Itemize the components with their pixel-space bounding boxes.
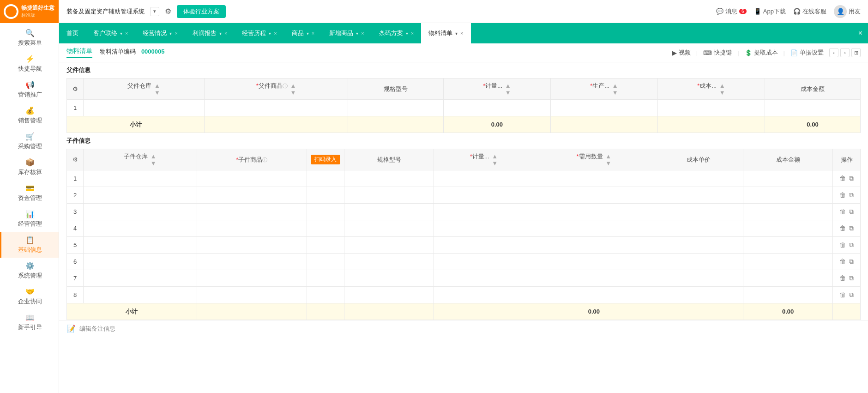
child-row-7-warehouse[interactable] [84, 270, 197, 287]
parent-row-1-warehouse[interactable] [84, 100, 205, 116]
child-row-1-unit[interactable] [434, 170, 534, 187]
child-row-6-delete-btn[interactable]: 🗑 [839, 258, 846, 265]
scan-input-btn[interactable]: 扫码录入 [311, 155, 340, 164]
child-row-2-copy-btn[interactable]: ⧉ [849, 191, 854, 199]
child-row-5-unit-price[interactable] [654, 237, 743, 254]
child-row-3-unit-price[interactable] [654, 204, 743, 220]
sidebar-item-purchase[interactable]: 🛒采购管理 [0, 128, 59, 154]
child-row-3-unit[interactable] [434, 204, 534, 220]
user-area[interactable]: 👤 用友 [834, 5, 861, 18]
nav-tab-barcode[interactable]: 条码方案 ▾ × [372, 23, 421, 43]
child-row-7-spec[interactable] [344, 270, 434, 287]
child-row-6-spec[interactable] [344, 254, 434, 270]
child-row-1-unit-price[interactable] [654, 170, 743, 187]
nav-tab-profit[interactable]: 利润报告 ▾ × [185, 23, 235, 43]
child-row-8-copy-btn[interactable]: ⧉ [849, 291, 854, 299]
child-row-2-qty[interactable] [534, 187, 654, 204]
video-btn[interactable]: ▶ 视频 [672, 48, 691, 57]
child-row-4-warehouse[interactable] [84, 220, 197, 237]
nav-tab-close-business[interactable]: × [175, 30, 177, 36]
child-row-2-unit-price[interactable] [654, 187, 743, 204]
topbar-dropdown-arrow[interactable]: ▾ [150, 7, 159, 16]
sidebar-item-finance[interactable]: 💳资金管理 [0, 180, 59, 206]
child-row-7-unit[interactable] [434, 270, 534, 287]
child-row-8-goods[interactable] [197, 287, 307, 303]
nav-tab-goods[interactable]: 商品 ▾ × [284, 23, 322, 43]
child-row-5-copy-btn[interactable]: ⧉ [849, 241, 854, 249]
nav-tab-close-history[interactable]: × [274, 30, 277, 36]
nav-tab-bom[interactable]: 物料清单 ▾ × [421, 23, 470, 43]
online-service-btn[interactable]: 🎧 在线客服 [793, 7, 826, 16]
child-row-2-spec[interactable] [344, 187, 434, 204]
child-row-5-qty[interactable] [534, 237, 654, 254]
child-row-6-unit[interactable] [434, 254, 534, 270]
child-row-4-copy-btn[interactable]: ⧉ [849, 224, 854, 232]
child-row-8-qty[interactable] [534, 287, 654, 303]
nav-tab-history[interactable]: 经营历程 ▾ × [235, 23, 284, 43]
child-row-4-unit[interactable] [434, 220, 534, 237]
parent-col-gear[interactable]: ⚙ [67, 79, 84, 100]
child-row-5-goods[interactable] [197, 237, 307, 254]
sidebar-item-enterprise[interactable]: 🤝企业协同 [0, 284, 59, 309]
child-row-3-warehouse[interactable] [84, 204, 197, 220]
topbar-gear-icon[interactable]: ⚙ [165, 7, 171, 16]
nav-close-all-btn[interactable]: × [853, 29, 868, 37]
nav-tab-new-goods[interactable]: 新增商品 ▾ × [322, 23, 371, 43]
nav-tab-close-barcode[interactable]: × [411, 30, 414, 36]
parent-row-1-spec[interactable] [348, 100, 443, 116]
child-row-1-spec[interactable] [344, 170, 434, 187]
child-row-1-warehouse[interactable] [84, 170, 197, 187]
child-row-6-goods[interactable] [197, 254, 307, 270]
next-page-btn[interactable]: › [840, 48, 850, 57]
nav-tab-close-profit[interactable]: × [224, 30, 227, 36]
child-col-gear[interactable]: ⚙ [67, 149, 84, 170]
experience-btn[interactable]: 体验行业方案 [177, 5, 226, 18]
child-row-6-qty[interactable] [534, 254, 654, 270]
child-row-6-unit-price[interactable] [654, 254, 743, 270]
child-row-2-unit[interactable] [434, 187, 534, 204]
nav-tab-business[interactable]: 经营情况 ▾ × [135, 23, 185, 43]
sidebar-item-search[interactable]: 🔍搜索菜单 [0, 25, 59, 51]
nav-tab-close-goods[interactable]: × [312, 30, 314, 36]
sidebar-item-quick-nav[interactable]: ⚡快捷导航 [0, 51, 59, 77]
child-row-7-qty[interactable] [534, 270, 654, 287]
child-row-4-goods[interactable] [197, 220, 307, 237]
child-row-1-delete-btn[interactable]: 🗑 [839, 175, 846, 182]
child-row-4-delete-btn[interactable]: 🗑 [839, 224, 846, 232]
nav-tab-home[interactable]: 首页 [59, 23, 86, 43]
child-row-5-delete-btn[interactable]: 🗑 [839, 241, 846, 248]
child-row-3-delete-btn[interactable]: 🗑 [839, 208, 846, 215]
child-row-1-qty[interactable] [534, 170, 654, 187]
child-row-6-copy-btn[interactable]: ⧉ [849, 258, 854, 266]
sidebar-item-sales[interactable]: 💰销售管理 [0, 103, 59, 128]
child-row-3-spec[interactable] [344, 204, 434, 220]
child-row-2-delete-btn[interactable]: 🗑 [839, 191, 846, 199]
sub-tab-bom-list[interactable]: 物料清单 [66, 47, 92, 58]
child-row-3-copy-btn[interactable]: ⧉ [849, 208, 854, 216]
nav-tab-customer[interactable]: 客户联络 ▾ × [86, 23, 135, 43]
parent-row-1-cost[interactable] [657, 100, 765, 116]
message-btn[interactable]: 💬 消息 6 [716, 7, 747, 16]
prev-page-btn[interactable]: ‹ [829, 48, 838, 57]
sidebar-item-guide[interactable]: 📖新手引导 [0, 309, 59, 335]
sidebar-item-basic[interactable]: 📋基础信息 [0, 232, 59, 258]
child-row-1-copy-btn[interactable]: ⧉ [849, 175, 854, 182]
child-row-4-qty[interactable] [534, 220, 654, 237]
parent-row-1-goods[interactable] [205, 100, 348, 116]
child-row-2-goods[interactable] [197, 187, 307, 204]
parent-row-1-produce[interactable] [550, 100, 657, 116]
shortcut-btn[interactable]: ⌨ 快捷键 [703, 48, 732, 57]
nav-tab-close-customer[interactable]: × [125, 30, 128, 36]
child-row-6-warehouse[interactable] [84, 254, 197, 270]
app-download-btn[interactable]: 📱 App下载 [754, 7, 786, 16]
child-row-5-warehouse[interactable] [84, 237, 197, 254]
child-row-7-goods[interactable] [197, 270, 307, 287]
child-row-7-delete-btn[interactable]: 🗑 [839, 274, 846, 282]
bottom-bar-hint[interactable]: 编辑备注信息 [79, 325, 115, 333]
child-row-8-spec[interactable] [344, 287, 434, 303]
child-row-7-copy-btn[interactable]: ⧉ [849, 274, 854, 282]
child-row-1-goods[interactable] [197, 170, 307, 187]
child-row-5-unit[interactable] [434, 237, 534, 254]
child-row-8-unit[interactable] [434, 287, 534, 303]
sidebar-item-inventory[interactable]: 📦库存核算 [0, 154, 59, 180]
